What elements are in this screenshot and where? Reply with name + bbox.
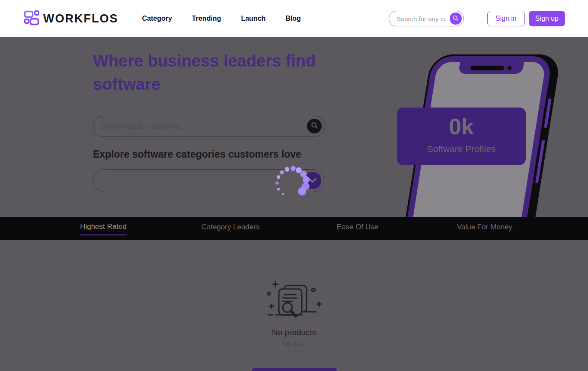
phone-speaker <box>470 66 505 70</box>
nav-item-category[interactable]: Category <box>142 15 172 22</box>
empty-state-subtitle: No data <box>246 340 342 347</box>
search-icon <box>310 121 319 131</box>
brand-name: WORKFLOS <box>43 12 118 25</box>
load-more-button-partial[interactable] <box>252 368 337 371</box>
search-icon <box>452 15 459 23</box>
nav-item-launch[interactable]: Launch <box>241 15 265 22</box>
tab-ease-of-use[interactable]: Ease Of Use <box>294 223 421 235</box>
stat-label: Software Profiles <box>397 144 526 154</box>
hero-search-button[interactable] <box>307 119 322 133</box>
brand-logo[interactable]: WORKFLOS <box>24 10 118 27</box>
phone-camera-icon <box>507 66 511 70</box>
software-profiles-stat-card: 0k Software Profiles <box>397 108 526 165</box>
main-nav: Category Trending Launch Blog <box>142 15 300 22</box>
tab-category-leaders[interactable]: Category Leaders <box>167 223 294 235</box>
results-section: No products No data <box>0 240 588 371</box>
nav-item-trending[interactable]: Trending <box>192 15 221 22</box>
no-products-icon <box>259 318 329 326</box>
hero-section: Where business leaders find software Exp… <box>0 37 588 217</box>
loading-spinner-icon <box>272 166 311 200</box>
nav-item-blog[interactable]: Blog <box>285 15 301 22</box>
ranking-tabs: Highest Rated Category Leaders Ease Of U… <box>40 217 548 240</box>
phone-notch <box>458 62 524 74</box>
top-header: WORKFLOS Category Trending Launch Blog S… <box>0 0 588 37</box>
header-search-input[interactable] <box>396 15 447 23</box>
header-actions: Sign in Sign up <box>389 11 565 26</box>
explore-heading: Explore software categories customers lo… <box>93 149 301 160</box>
sign-in-button[interactable]: Sign in <box>487 11 525 26</box>
stat-value: 0k <box>397 114 526 140</box>
page-title: Where business leaders find software <box>93 49 316 96</box>
page-title-line2: software <box>93 73 316 96</box>
header-search-button[interactable] <box>450 13 462 25</box>
hero-search <box>93 116 325 137</box>
header-search <box>389 11 464 26</box>
page-title-line1: Where business leaders find <box>93 49 316 73</box>
sign-up-button[interactable]: Sign up <box>529 11 565 26</box>
empty-state: No products No data <box>246 279 342 347</box>
tab-value-for-money[interactable]: Value For Money <box>421 223 548 235</box>
ranking-tabbar: Highest Rated Category Leaders Ease Of U… <box>0 217 588 240</box>
logo-icon <box>24 10 39 27</box>
empty-state-title: No products <box>246 328 342 337</box>
hero-search-input[interactable] <box>93 116 284 136</box>
tab-highest-rated[interactable]: Highest Rated <box>40 222 167 235</box>
